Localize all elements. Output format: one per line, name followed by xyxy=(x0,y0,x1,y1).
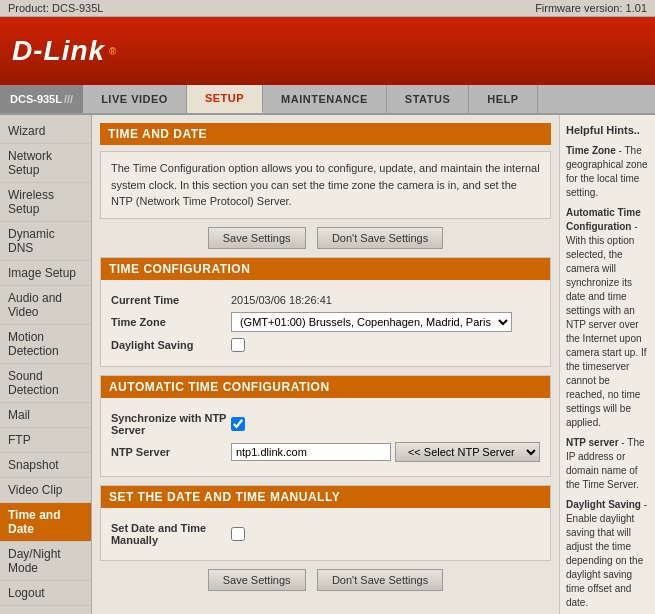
help-auto-config-term: Automatic Time Configuration xyxy=(566,207,641,232)
help-daylight-term: Daylight Saving xyxy=(566,499,641,510)
daylight-row: Daylight Saving xyxy=(111,338,540,352)
sidebar-item-network-setup[interactable]: Network Setup xyxy=(0,144,91,183)
timezone-label: Time Zone xyxy=(111,316,231,328)
auto-config-header: AUTOMATIC TIME CONFIGURATION xyxy=(101,376,550,398)
tab-help[interactable]: HELP xyxy=(469,85,537,113)
manual-date-checkbox[interactable] xyxy=(231,527,245,541)
sidebar-item-day-night[interactable]: Day/Night Mode xyxy=(0,542,91,581)
bottom-button-row: Save Settings Don't Save Settings xyxy=(100,569,551,591)
sidebar-item-audio-video[interactable]: Audio and Video xyxy=(0,286,91,325)
sidebar-item-motion-detection[interactable]: Motion Detection xyxy=(0,325,91,364)
top-button-row: Save Settings Don't Save Settings xyxy=(100,227,551,249)
help-ntp-server: NTP server - The IP address or domain na… xyxy=(566,436,649,492)
page-title: TIME AND DATE xyxy=(100,123,551,145)
ntp-server-label: NTP Server xyxy=(111,446,231,458)
help-daylight-text: - Enable daylight saving that will adjus… xyxy=(566,499,647,608)
product-label: Product: DCS-935L xyxy=(8,2,103,14)
ntp-server-select[interactable]: << Select NTP Server xyxy=(395,442,540,462)
help-auto-config: Automatic Time Configuration - With this… xyxy=(566,206,649,430)
time-config-rows: Current Time 2015/03/06 18:26:41 Time Zo… xyxy=(101,286,550,366)
daylight-label: Daylight Saving xyxy=(111,339,231,351)
current-time-value: 2015/03/06 18:26:41 xyxy=(231,294,332,306)
main-layout: Wizard Network Setup Wireless Setup Dyna… xyxy=(0,115,655,614)
help-timezone-term: Time Zone xyxy=(566,145,616,156)
manual-config-rows: Set Date and Time Manually xyxy=(101,514,550,560)
timezone-select[interactable]: (GMT+01:00) Brussels, Copenhagen, Madrid… xyxy=(231,312,512,332)
daylight-checkbox[interactable] xyxy=(231,338,245,352)
sidebar-item-video-clip[interactable]: Video Clip xyxy=(0,478,91,503)
timezone-row: Time Zone (GMT+01:00) Brussels, Copenhag… xyxy=(111,312,540,332)
sidebar-item-ftp[interactable]: FTP xyxy=(0,428,91,453)
top-bar: Product: DCS-935L Firmware version: 1.01 xyxy=(0,0,655,17)
current-time-label: Current Time xyxy=(111,294,231,306)
time-config-section: TIME CONFIGURATION Current Time 2015/03/… xyxy=(100,257,551,367)
nav-bar: DCS-935L /// LIVE VIDEO SETUP MAINTENANC… xyxy=(0,85,655,115)
header: D-Link ® xyxy=(0,17,655,85)
tab-live-video[interactable]: LIVE VIDEO xyxy=(83,85,187,113)
manual-date-label: Set Date and Time Manually xyxy=(111,522,231,546)
sidebar-item-wizard[interactable]: Wizard xyxy=(0,119,91,144)
nav-slashes: /// xyxy=(64,93,73,105)
sidebar-item-time-date[interactable]: Time and Date xyxy=(0,503,91,542)
ntp-server-input[interactable] xyxy=(231,443,391,461)
sidebar-item-dynamic-dns[interactable]: Dynamic DNS xyxy=(0,222,91,261)
help-title: Helpful Hints.. xyxy=(566,123,649,138)
manual-config-section: SET THE DATE AND TIME MANUALLY Set Date … xyxy=(100,485,551,561)
sync-ntp-label: Synchronize with NTP Server xyxy=(111,412,231,436)
manual-config-header: SET THE DATE AND TIME MANUALLY xyxy=(101,486,550,508)
tab-status[interactable]: STATUS xyxy=(387,85,469,113)
manual-date-row: Set Date and Time Manually xyxy=(111,522,540,546)
sidebar-item-sound-detection[interactable]: Sound Detection xyxy=(0,364,91,403)
bottom-dont-save-button[interactable]: Don't Save Settings xyxy=(317,569,443,591)
logo-text: D-Link xyxy=(12,35,105,67)
bottom-save-button[interactable]: Save Settings xyxy=(208,569,306,591)
logo: D-Link ® xyxy=(12,35,117,67)
ntp-server-row: NTP Server << Select NTP Server xyxy=(111,442,540,462)
tab-maintenance[interactable]: MAINTENANCE xyxy=(263,85,387,113)
help-timezone: Time Zone - The geographical zone for th… xyxy=(566,144,649,200)
sidebar-item-logout[interactable]: Logout xyxy=(0,581,91,606)
time-config-header: TIME CONFIGURATION xyxy=(101,258,550,280)
sidebar-item-snapshot[interactable]: Snapshot xyxy=(0,453,91,478)
sidebar: Wizard Network Setup Wireless Setup Dyna… xyxy=(0,115,92,614)
help-daylight: Daylight Saving - Enable daylight saving… xyxy=(566,498,649,610)
sidebar-item-wireless-setup[interactable]: Wireless Setup xyxy=(0,183,91,222)
auto-config-rows: Synchronize with NTP Server NTP Server <… xyxy=(101,404,550,476)
sync-ntp-checkbox[interactable] xyxy=(231,417,245,431)
sidebar-item-mail[interactable]: Mail xyxy=(0,403,91,428)
content-area: TIME AND DATE The Time Configuration opt… xyxy=(92,115,559,614)
help-auto-config-text: - With this option selected, the camera … xyxy=(566,221,647,428)
tab-setup[interactable]: SETUP xyxy=(187,85,263,113)
firmware-label: Firmware version: 1.01 xyxy=(535,2,647,14)
current-time-row: Current Time 2015/03/06 18:26:41 xyxy=(111,294,540,306)
top-save-button[interactable]: Save Settings xyxy=(208,227,306,249)
help-panel: Helpful Hints.. Time Zone - The geograph… xyxy=(559,115,655,614)
sidebar-item-image-setup[interactable]: Image Setup xyxy=(0,261,91,286)
top-dont-save-button[interactable]: Don't Save Settings xyxy=(317,227,443,249)
model-label: DCS-935L xyxy=(10,93,62,105)
nav-model: DCS-935L /// xyxy=(0,85,83,113)
intro-box: The Time Configuration option allows you… xyxy=(100,151,551,219)
help-ntp-server-term: NTP server xyxy=(566,437,619,448)
sync-ntp-row: Synchronize with NTP Server xyxy=(111,412,540,436)
auto-config-section: AUTOMATIC TIME CONFIGURATION Synchronize… xyxy=(100,375,551,477)
intro-text: The Time Configuration option allows you… xyxy=(111,162,540,207)
